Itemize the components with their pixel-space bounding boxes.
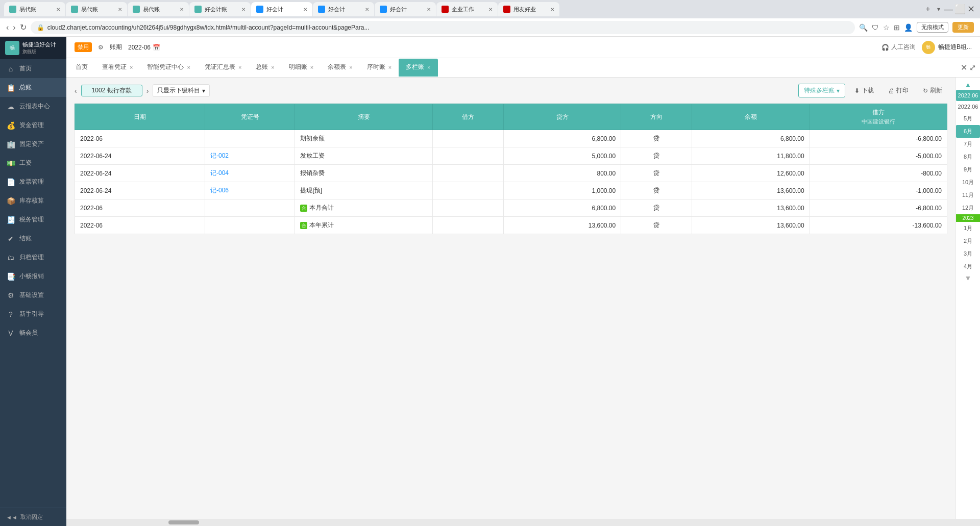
sidebar-item-总账[interactable]: 📋总账 bbox=[0, 78, 66, 97]
tab-close-btn[interactable]: ✕ bbox=[550, 7, 554, 12]
time-item-5[interactable]: 8月 bbox=[956, 151, 980, 163]
sidebar-item-新手引导[interactable]: ?新手引导 bbox=[0, 305, 66, 323]
calendar-icon[interactable]: 📅 bbox=[153, 44, 160, 51]
tab-close-btn[interactable]: ✕ bbox=[241, 7, 246, 12]
sidebar-item-首页[interactable]: ⌂首页 bbox=[0, 59, 66, 78]
browser-tab-7[interactable]: 好会计✕ bbox=[375, 2, 436, 16]
cell-voucher[interactable]: 记-002 bbox=[205, 147, 295, 165]
tab-close-btn[interactable]: ✕ bbox=[118, 7, 122, 12]
tab-nav-controls[interactable]: + ▾ — ⬜ ✕ bbox=[922, 3, 976, 15]
scroll-up-btn[interactable]: ▲ bbox=[965, 80, 972, 90]
sidebar-toggle[interactable]: ⊞ bbox=[894, 23, 900, 32]
special-multicolumn-btn[interactable]: 特殊多栏账 ▾ bbox=[798, 84, 845, 97]
cell-voucher[interactable]: 记-006 bbox=[205, 182, 295, 199]
time-item-6[interactable]: 9月 bbox=[956, 163, 980, 176]
sidebar-item-固定资产[interactable]: 🏢固定资产 bbox=[0, 135, 66, 154]
time-item-12[interactable]: 2月 bbox=[956, 235, 980, 247]
user-avatar[interactable]: 畅 bbox=[922, 41, 935, 54]
content-tab-凭证汇总表[interactable]: 凭证汇总表 × bbox=[198, 59, 249, 77]
content-tab-close-多栏账[interactable]: × bbox=[427, 64, 430, 70]
time-item-1[interactable]: 2022.06 bbox=[956, 101, 980, 112]
filter-select[interactable]: 只显示下级科目 ▾ bbox=[153, 84, 210, 97]
scroll-thumb[interactable] bbox=[168, 520, 199, 524]
time-item-0[interactable]: 2022.06 bbox=[956, 90, 980, 101]
expand-tab-btn[interactable]: ⤢ bbox=[969, 63, 976, 72]
content-tab-close-序时账[interactable]: × bbox=[388, 64, 391, 70]
help-button[interactable]: 🎧 人工咨询 bbox=[881, 43, 916, 52]
content-tab-余额表[interactable]: 余额表 × bbox=[321, 59, 359, 77]
content-tab-查看凭证[interactable]: 查看凭证 × bbox=[95, 59, 140, 77]
horizontal-scrollbar[interactable] bbox=[66, 519, 980, 526]
content-tab-明细账[interactable]: 明细账 × bbox=[282, 59, 321, 77]
content-tab-close-智能凭证中心[interactable]: × bbox=[187, 64, 190, 70]
reload-btn[interactable]: ↻ bbox=[20, 22, 27, 32]
content-tab-close-总账[interactable]: × bbox=[271, 64, 274, 70]
download-btn[interactable]: ⬇ 下载 bbox=[849, 84, 879, 97]
account-badge[interactable]: 1002 银行存款 bbox=[81, 85, 142, 96]
content-tab-智能凭证中心[interactable]: 智能凭证中心 × bbox=[140, 59, 197, 77]
browser-tab-8[interactable]: 企业工作✕ bbox=[436, 2, 498, 16]
time-item-9[interactable]: 12月 bbox=[956, 202, 980, 214]
sidebar-item-结账[interactable]: ✔结账 bbox=[0, 229, 66, 248]
maximize-btn[interactable]: ⬜ bbox=[954, 4, 965, 15]
back-btn[interactable]: ‹ bbox=[6, 23, 9, 32]
sidebar-item-资金管理[interactable]: 💰资金管理 bbox=[0, 116, 66, 135]
content-tab-close-凭证汇总表[interactable]: × bbox=[238, 64, 241, 70]
sidebar-item-归档管理[interactable]: 🗂归档管理 bbox=[0, 248, 66, 267]
time-item-7[interactable]: 10月 bbox=[956, 176, 980, 189]
print-btn[interactable]: 🖨 打印 bbox=[883, 84, 914, 97]
time-item-13[interactable]: 3月 bbox=[956, 247, 980, 260]
period-value[interactable]: 2022-06 📅 bbox=[128, 44, 160, 51]
sidebar-item-基础设置[interactable]: ⚙基础设置 bbox=[0, 286, 66, 305]
content-tab-多栏账[interactable]: 多栏账 × bbox=[399, 59, 437, 77]
collapse-tab-btn[interactable]: ✕ bbox=[961, 63, 967, 72]
scroll-down-btn[interactable]: ▼ bbox=[965, 273, 972, 283]
time-item-10[interactable]: 2023 bbox=[956, 214, 980, 222]
next-account-btn[interactable]: › bbox=[146, 87, 149, 95]
shield-icon[interactable]: 🛡 bbox=[872, 23, 879, 32]
content-tab-close-余额表[interactable]: × bbox=[349, 64, 352, 70]
content-tab-首页[interactable]: 首页 bbox=[68, 59, 95, 77]
new-tab-button[interactable]: + bbox=[922, 3, 934, 15]
sidebar-item-云报表中心[interactable]: ☁云报表中心 bbox=[0, 97, 66, 116]
star-icon[interactable]: ☆ bbox=[883, 23, 890, 32]
time-item-14[interactable]: 4月 bbox=[956, 260, 980, 273]
pin-toggle-button[interactable]: ◄◄ 取消固定 bbox=[6, 513, 60, 521]
sidebar-item-税务管理[interactable]: 🧾税务管理 bbox=[0, 210, 66, 229]
content-tab-close-明细账[interactable]: × bbox=[310, 64, 313, 70]
sidebar-item-小畅报销[interactable]: 📑小畅报销 bbox=[0, 267, 66, 286]
time-item-3[interactable]: 6月 bbox=[956, 125, 980, 138]
sidebar-item-畅会员[interactable]: V畅会员 bbox=[0, 323, 66, 342]
time-item-8[interactable]: 11月 bbox=[956, 189, 980, 202]
browser-tab-9[interactable]: 用友好业✕ bbox=[498, 2, 559, 16]
incognito-mode-button[interactable]: 无痕模式 bbox=[917, 22, 948, 33]
settings-gear-icon[interactable]: ⚙ bbox=[98, 44, 104, 51]
browser-tab-6[interactable]: 好会计✕ bbox=[313, 2, 374, 16]
tab-close-btn[interactable]: ✕ bbox=[365, 7, 369, 12]
update-button[interactable]: 更新 bbox=[952, 22, 974, 33]
tab-close-btn[interactable]: ✕ bbox=[427, 7, 431, 12]
profile-icon[interactable]: 👤 bbox=[904, 23, 913, 32]
demo-badge[interactable]: 禁用 bbox=[75, 42, 92, 52]
tab-list-btn[interactable]: ▾ bbox=[935, 6, 942, 13]
sidebar-item-工资[interactable]: 💵工资 bbox=[0, 154, 66, 172]
close-window-btn[interactable]: ✕ bbox=[966, 4, 976, 15]
content-tab-序时账[interactable]: 序时账 × bbox=[360, 59, 399, 77]
search-icon[interactable]: 🔍 bbox=[859, 23, 868, 32]
sidebar-item-发票管理[interactable]: 📄发票管理 bbox=[0, 172, 66, 191]
minimize-btn[interactable]: — bbox=[943, 4, 953, 15]
tab-close-btn[interactable]: ✕ bbox=[56, 7, 60, 12]
forward-btn[interactable]: › bbox=[13, 23, 15, 32]
tab-close-btn[interactable]: ✕ bbox=[180, 7, 184, 12]
url-input[interactable]: 🔒 cloud2.chanjet.com/accounting/uh26t264… bbox=[31, 21, 855, 34]
prev-account-btn[interactable]: ‹ bbox=[75, 87, 77, 95]
cell-voucher[interactable]: 记-004 bbox=[205, 165, 295, 182]
tab-close-btn[interactable]: ✕ bbox=[303, 7, 307, 12]
time-item-4[interactable]: 7月 bbox=[956, 138, 980, 151]
time-item-11[interactable]: 1月 bbox=[956, 222, 980, 235]
content-tab-总账[interactable]: 总账 × bbox=[249, 59, 281, 77]
browser-tab-2[interactable]: 易代账✕ bbox=[66, 2, 127, 16]
tab-close-btn[interactable]: ✕ bbox=[488, 7, 493, 12]
browser-tab-3[interactable]: 易代账✕ bbox=[128, 2, 189, 16]
browser-tab-4[interactable]: 好会计账✕ bbox=[189, 2, 251, 16]
